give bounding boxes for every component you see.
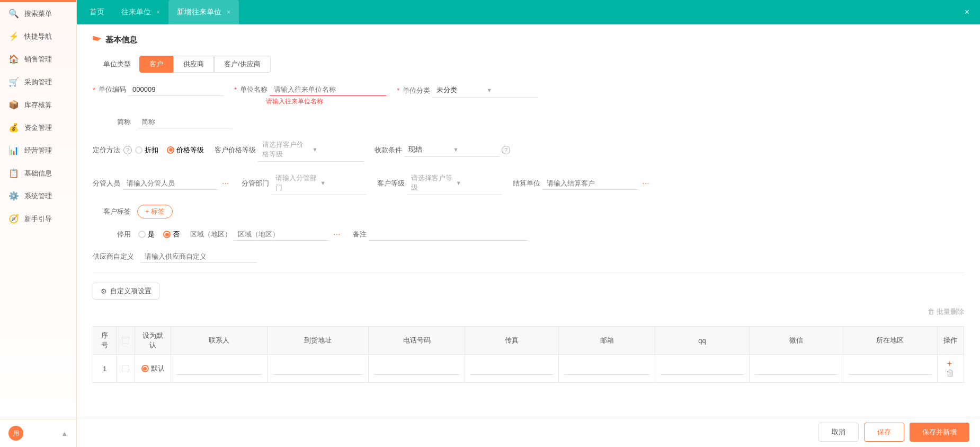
pricing-row: 定价方法 ? 折扣 价格等级 客户价格等级 请选择客户价格等级 <box>93 138 964 162</box>
save-new-button[interactable]: 保存并新增 <box>910 423 969 442</box>
department-label: 分管部门 <box>242 179 269 188</box>
payment-terms-value: 现结 <box>408 145 451 154</box>
sidebar-item-inventory[interactable]: 📦 库存核算 <box>0 93 76 116</box>
sidebar-item-operations[interactable]: 📊 经营管理 <box>0 139 76 162</box>
settlement-unit-input[interactable] <box>542 177 638 190</box>
manager-input[interactable] <box>122 177 218 190</box>
tab-bar: 首页 往来单位 × 新增往来单位 × × <box>77 0 980 24</box>
contacts-table: 序号 设为默认 联系人 到货地址 电话号码 传真 邮箱 qq 微信 所在地区 操… <box>93 326 964 383</box>
sidebar-item-finance[interactable]: 💰 资金管理 <box>0 116 76 139</box>
customer-price-level-field: 客户价格等级 请选择客户价格等级 ▼ <box>215 138 364 162</box>
unit-code-input[interactable] <box>128 83 224 96</box>
manager-more-btn[interactable]: ··· <box>220 179 231 188</box>
avatar[interactable]: 用 <box>8 426 23 441</box>
chevron-down-icon-2: ▼ <box>312 146 360 153</box>
add-row-btn[interactable]: + <box>947 359 952 368</box>
phone-input[interactable] <box>374 362 459 375</box>
cancel-button[interactable]: 取消 <box>818 423 859 442</box>
tab-new-counterpart[interactable]: 新增往来单位 × <box>168 0 239 24</box>
sidebar-item-label: 采购管理 <box>24 77 52 87</box>
qq-input[interactable] <box>661 362 743 375</box>
pricing-help-icon[interactable]: ? <box>123 146 132 154</box>
sidebar-item-label: 资金管理 <box>24 123 52 133</box>
email-input[interactable] <box>564 362 649 375</box>
cell-contact <box>171 355 268 383</box>
manager-field: 分管人员 ··· <box>93 177 231 190</box>
region-input[interactable] <box>234 228 329 241</box>
save-button[interactable]: 保存 <box>864 423 904 442</box>
unit-btn-supplier[interactable]: 供应商 <box>173 56 214 73</box>
settlement-more-btn[interactable]: ··· <box>640 179 651 188</box>
manager-label: 分管人员 <box>93 179 120 188</box>
chevron-down-icon-4: ▼ <box>320 180 362 186</box>
customer-price-level-select[interactable]: 请选择客户价格等级 ▼ <box>258 138 364 162</box>
payment-terms-select[interactable]: 现结 ▼ <box>404 143 500 157</box>
pricing-discount-option[interactable]: 折扣 <box>135 145 158 155</box>
disabled-no-option[interactable]: 否 <box>163 230 180 239</box>
region-more-btn[interactable]: ··· <box>331 230 342 239</box>
address-input[interactable] <box>273 362 363 375</box>
window-close-button[interactable]: × <box>958 7 976 17</box>
pricing-discount-radio[interactable] <box>135 146 142 154</box>
sidebar-item-basic-info[interactable]: 📋 基础信息 <box>0 162 76 185</box>
unit-code-label: 单位编码 <box>99 85 126 94</box>
table-header-checkbox[interactable] <box>122 337 129 344</box>
sidebar-item-label: 搜索菜单 <box>24 9 52 19</box>
wechat-input[interactable] <box>755 362 838 375</box>
row-checkbox[interactable] <box>122 365 129 372</box>
default-radio[interactable] <box>141 365 149 372</box>
col-location: 所在地区 <box>843 327 937 355</box>
supplier-custom-input[interactable] <box>140 250 257 263</box>
customer-level-label: 客户等级 <box>377 179 405 188</box>
short-name-label: 简称 <box>93 117 135 127</box>
customer-level-select[interactable]: 请选择客户等级 ▼ <box>407 171 502 195</box>
sidebar-item-beginner[interactable]: 🧭 新手引导 <box>0 207 76 230</box>
unit-category-select[interactable]: 未分类 ▼ <box>432 83 538 98</box>
quick-nav-icon: ⚡ <box>8 31 19 41</box>
default-radio-option[interactable]: 默认 <box>140 364 165 373</box>
basic-info-icon: 📋 <box>8 168 19 178</box>
finance-icon: 💰 <box>8 122 19 133</box>
sidebar-item-system[interactable]: ⚙️ 系统管理 <box>0 185 76 207</box>
fax-input[interactable] <box>470 362 553 375</box>
custom-settings-button[interactable]: ⚙ 自定义项设置 <box>93 283 159 300</box>
sidebar-item-sales[interactable]: 🏠 销售管理 <box>0 48 76 71</box>
unit-name-input[interactable] <box>270 83 386 96</box>
delete-row-btn[interactable]: 🗑 <box>946 369 955 378</box>
unit-btn-customer[interactable]: 客户 <box>139 56 173 73</box>
col-seq: 序号 <box>93 327 117 355</box>
department-value: 请输入分管部门 <box>275 173 318 192</box>
short-name-input[interactable] <box>137 116 233 128</box>
disabled-no-radio[interactable] <box>163 231 171 238</box>
tab-home[interactable]: 首页 <box>81 0 113 24</box>
disabled-yes-radio[interactable] <box>138 231 146 238</box>
tab-counterpart-close[interactable]: × <box>156 8 160 16</box>
contact-input[interactable] <box>176 362 262 375</box>
unit-type-buttons: 客户 供应商 客户/供应商 <box>139 56 271 73</box>
search-icon: 🔍 <box>8 8 19 19</box>
system-icon: ⚙️ <box>8 191 19 201</box>
sidebar-item-search[interactable]: 🔍 搜索菜单 <box>0 2 76 25</box>
payment-terms-help-icon[interactable]: ? <box>502 146 510 154</box>
sidebar-item-purchase[interactable]: 🛒 采购管理 <box>0 71 76 93</box>
chevron-down-icon: ▼ <box>486 87 534 93</box>
col-actions: 操作 <box>937 327 964 355</box>
disabled-yes-option[interactable]: 是 <box>138 230 155 239</box>
unit-category-label: 单位分类 <box>403 86 430 95</box>
remark-input[interactable] <box>369 228 528 241</box>
pricing-level-radio[interactable] <box>167 146 174 154</box>
tab-counterpart-label: 往来单位 <box>121 7 151 17</box>
col-phone: 电话号码 <box>369 327 465 355</box>
department-field: 分管部门 请输入分管部门 ▼ <box>242 171 367 195</box>
batch-delete-btn[interactable]: 批量删除 <box>937 308 964 315</box>
tab-counterpart[interactable]: 往来单位 × <box>113 0 168 24</box>
department-select[interactable]: 请输入分管部门 ▼ <box>271 171 367 195</box>
tab-new-counterpart-close[interactable]: × <box>227 8 230 16</box>
location-input[interactable] <box>849 362 931 375</box>
sidebar-item-quick-nav[interactable]: ⚡ 快捷导航 <box>0 25 76 48</box>
cell-location <box>843 355 937 383</box>
customer-tag-row: 客户标签 + 标签 <box>93 205 964 218</box>
pricing-level-option[interactable]: 价格等级 <box>167 145 204 155</box>
unit-btn-both[interactable]: 客户/供应商 <box>214 56 271 73</box>
add-tag-button[interactable]: + 标签 <box>137 205 173 218</box>
